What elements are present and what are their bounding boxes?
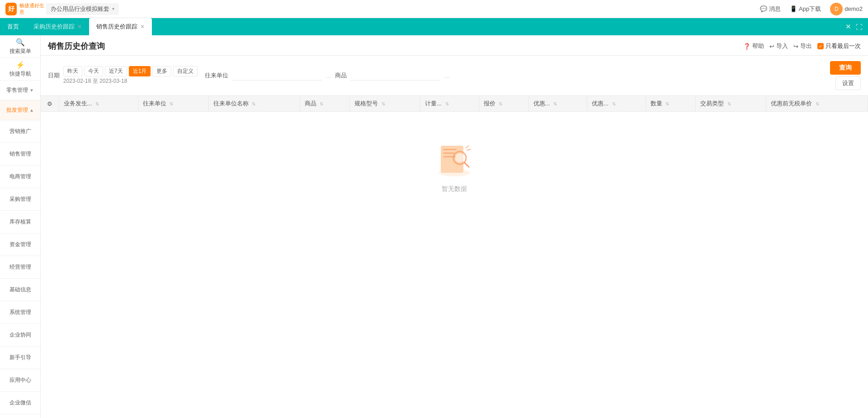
sidebar-item-wechat[interactable]: 企业微信 bbox=[0, 392, 40, 414]
partner-label: 往来单位 bbox=[205, 71, 228, 80]
only-last-checkbox[interactable]: ✓ 只看最后一次 bbox=[817, 42, 861, 50]
apps-label: 应用中心 bbox=[9, 376, 31, 384]
sidebar-item-retail[interactable]: 零售管理 ▼ bbox=[0, 81, 40, 100]
table-th-settings[interactable]: ⚙ bbox=[41, 96, 59, 112]
sort-discount2-icon: ⇅ bbox=[612, 101, 616, 106]
filter-buttons: 查询 设置 bbox=[830, 61, 861, 90]
enterprise-label: 企业协同 bbox=[9, 331, 31, 339]
sidebar-item-enterprise[interactable]: 企业协同 bbox=[0, 324, 40, 347]
table-th-discount1[interactable]: 优惠... ⇅ bbox=[528, 96, 587, 112]
settings-icon: ⚙ bbox=[47, 100, 52, 107]
message-button[interactable]: 💬 消息 bbox=[760, 5, 781, 13]
svg-line-8 bbox=[466, 146, 469, 148]
workspace-selector[interactable]: 办公用品行业模拟账套 ▾ bbox=[46, 3, 119, 15]
discount2-label: 优惠... bbox=[592, 100, 609, 107]
table-th-quote[interactable]: 报价 ⇅ bbox=[479, 96, 528, 112]
product-input[interactable] bbox=[350, 71, 441, 81]
user-profile[interactable]: D demo2 bbox=[830, 3, 863, 15]
close-purchase-history-tab[interactable]: ✕ bbox=[77, 24, 82, 29]
table-th-partner-name[interactable]: 往来单位名称 ⇅ bbox=[208, 96, 300, 112]
sidebar-item-member[interactable]: 畅会员 bbox=[0, 414, 40, 418]
empty-text: 暂无数据 bbox=[442, 185, 467, 193]
home-tab-label: 首页 bbox=[7, 23, 19, 31]
sidebar-item-guide[interactable]: 新手引导 bbox=[0, 347, 40, 369]
table-th-spec[interactable]: 规格型号 ⇅ bbox=[350, 96, 420, 112]
export-label: 导出 bbox=[800, 42, 812, 50]
guide-label: 新手引导 bbox=[9, 354, 31, 361]
sort-product-icon: ⇅ bbox=[320, 101, 323, 106]
message-icon: 💬 bbox=[760, 5, 767, 12]
table-container: ⚙ 业务发生... ⇅ 往来单位 ⇅ 往来单位名称 ⇅ bbox=[41, 96, 868, 418]
sort-spec-icon: ⇅ bbox=[382, 101, 385, 106]
sidebar-item-purchase[interactable]: 采购管理 bbox=[0, 188, 40, 211]
settings-button[interactable]: 设置 bbox=[835, 76, 861, 90]
wholesale-label: 批发管理 bbox=[6, 106, 28, 114]
marketing-label: 营销推广 bbox=[9, 128, 31, 135]
avatar: D bbox=[830, 3, 843, 15]
help-button[interactable]: ❓ 帮助 bbox=[743, 42, 764, 50]
date-btn-custom[interactable]: 自定义 bbox=[173, 66, 198, 76]
quote-label: 报价 bbox=[484, 100, 495, 107]
sidebar-item-wholesale[interactable]: 批发管理 ▲ bbox=[0, 100, 40, 120]
table-th-pre-tax[interactable]: 优惠前无税单价 ⇅ bbox=[766, 96, 868, 112]
sidebar-item-apps[interactable]: 应用中心 bbox=[0, 369, 40, 392]
partner-dots-button[interactable]: ... bbox=[326, 72, 331, 79]
content-area: 销售历史价查询 ❓ 帮助 ↩ 导入 ↪ 导出 ✓ 只看最后一次 bbox=[41, 35, 868, 418]
sales-history-tab-label: 销售历史价跟踪 bbox=[96, 23, 137, 31]
wechat-label: 企业微信 bbox=[9, 399, 31, 407]
biz-date-label: 业务发生... bbox=[64, 100, 92, 107]
app-label: App下载 bbox=[799, 5, 821, 13]
system-label: 系统管理 bbox=[9, 309, 31, 316]
query-button[interactable]: 查询 bbox=[830, 61, 861, 75]
sidebar-item-system[interactable]: 系统管理 bbox=[0, 301, 40, 324]
date-btn-more[interactable]: 更多 bbox=[152, 66, 171, 76]
sidebar-item-shortcut[interactable]: ⚡ 快捷导航 bbox=[0, 58, 40, 81]
chevron-down-icon: ▾ bbox=[112, 6, 114, 11]
sidebar-item-ecommerce[interactable]: 电商管理 bbox=[0, 166, 40, 188]
sidebar-item-marketing[interactable]: 营销推广 bbox=[0, 120, 40, 143]
table-th-biz-date[interactable]: 业务发生... ⇅ bbox=[59, 96, 138, 112]
sort-trade-type-icon: ⇅ bbox=[727, 101, 731, 106]
svg-rect-2 bbox=[443, 149, 457, 150]
sidebar-item-sales[interactable]: 销售管理 bbox=[0, 143, 40, 166]
close-sales-history-tab[interactable]: ✕ bbox=[140, 24, 145, 29]
spec-label: 规格型号 bbox=[354, 100, 378, 107]
table-th-partner-code[interactable]: 往来单位 ⇅ bbox=[138, 96, 208, 112]
date-btn-1month[interactable]: 近1月 bbox=[129, 66, 151, 76]
export-button[interactable]: ↪ 导出 bbox=[793, 42, 812, 50]
workspace-label: 办公用品行业模拟账套 bbox=[51, 5, 109, 13]
sidebar-item-operations[interactable]: 经营管理 bbox=[0, 256, 40, 279]
date-btn-yesterday[interactable]: 昨天 bbox=[63, 66, 82, 76]
tab-sales-history[interactable]: 销售历史价跟踪 ✕ bbox=[89, 18, 152, 35]
table-th-unit[interactable]: 计量... ⇅ bbox=[420, 96, 479, 112]
import-button[interactable]: ↩ 导入 bbox=[769, 42, 788, 50]
svg-point-6 bbox=[455, 153, 464, 162]
tab-home[interactable]: 首页 bbox=[0, 18, 26, 35]
product-dots-button[interactable]: ... bbox=[444, 72, 450, 79]
empty-illustration bbox=[432, 139, 477, 180]
sort-qty-icon: ⇅ bbox=[665, 101, 669, 106]
sidebar-item-search[interactable]: 🔍 搜索菜单 bbox=[0, 35, 40, 58]
maximize-icon[interactable]: ⛶ bbox=[856, 23, 863, 31]
sidebar-item-finance[interactable]: 资金管理 bbox=[0, 233, 40, 256]
sort-partner-code-icon: ⇅ bbox=[170, 101, 173, 106]
question-icon: ❓ bbox=[743, 43, 750, 50]
close-tab-icon[interactable]: ✕ bbox=[845, 23, 851, 31]
tab-purchase-history[interactable]: 采购历史价跟踪 ✕ bbox=[26, 18, 89, 35]
sidebar-item-basic[interactable]: 基础信息 bbox=[0, 279, 40, 301]
lightning-icon: ⚡ bbox=[16, 61, 25, 69]
table-th-product[interactable]: 商品 ⇅ bbox=[300, 96, 349, 112]
partner-code-label: 往来单位 bbox=[143, 100, 166, 107]
table-th-discount2[interactable]: 优惠... ⇅ bbox=[587, 96, 646, 112]
checkbox-icon: ✓ bbox=[817, 43, 824, 49]
date-btn-today[interactable]: 今天 bbox=[84, 66, 103, 76]
table-th-qty[interactable]: 数量 ⇅ bbox=[646, 96, 695, 112]
search-icon: 🔍 bbox=[16, 38, 25, 47]
sidebar-item-inventory[interactable]: 库存核算 bbox=[0, 211, 40, 233]
partner-filter-group: 往来单位 ... 商品 ... bbox=[205, 71, 823, 81]
app-download-button[interactable]: 📱 App下载 bbox=[790, 5, 821, 13]
table-th-trade-type[interactable]: 交易类型 ⇅ bbox=[695, 96, 766, 112]
partner-name-label: 往来单位名称 bbox=[213, 100, 249, 107]
date-btn-7days[interactable]: 近7天 bbox=[105, 66, 127, 76]
partner-input[interactable] bbox=[232, 71, 322, 81]
